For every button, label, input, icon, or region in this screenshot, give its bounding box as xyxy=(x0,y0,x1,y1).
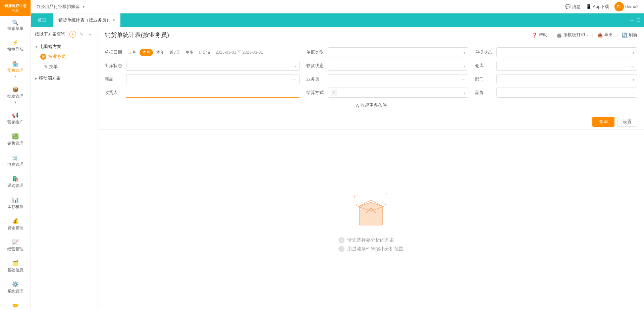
sidebar-item-ecommerce[interactable]: 🛒 电商管理 xyxy=(0,150,31,171)
help-button[interactable]: ❓ 帮助 xyxy=(532,32,547,38)
order-type-select[interactable] xyxy=(328,47,469,57)
print-button[interactable]: 🖨️ 按模板打印 xyxy=(556,32,588,38)
sidebar-item-operations[interactable]: 📈 经营管理 xyxy=(0,235,31,256)
mobile-scheme-group-header[interactable]: ▶ 移动端方案 xyxy=(31,73,98,83)
content-area: 按以下方案查询 + ✎ « ▼ 电脑端方案 按 按业务员 xyxy=(31,27,644,310)
filter-item-salesperson: 业务员 ··· xyxy=(306,74,469,84)
svg-point-7 xyxy=(385,203,386,205)
filter-item-date: 单据日期 上月 本月 本年 近7天 更多 自定义 2023-03-01 至 20… xyxy=(105,49,300,56)
order-status-chevron xyxy=(633,50,634,55)
refresh-icon: 🔄 xyxy=(622,33,627,38)
filter-item-order-status: 单据状态 xyxy=(475,47,637,57)
svg-point-6 xyxy=(356,204,358,206)
goods-dots[interactable]: ··· xyxy=(293,77,297,82)
setting-button[interactable]: 设置 xyxy=(617,117,637,127)
goods-label: 商品 xyxy=(105,76,123,82)
edit-scheme-button[interactable]: ✎ xyxy=(78,31,85,38)
logo-text: 畅捷通好生意 xyxy=(4,3,26,8)
collapse-filter-button[interactable]: ⋀ 收起更多条件 xyxy=(356,102,387,108)
sidebar-item-inventory[interactable]: 📊 库存核算 xyxy=(0,193,31,214)
warehouse-dots[interactable]: ··· xyxy=(631,63,634,68)
sidebar-item-search[interactable]: 🔍 搜索菜单 xyxy=(0,16,31,35)
right-content: 销货单统计表(按业务员) ❓ 帮助 | 🖨️ 按模板打印 xyxy=(98,27,644,310)
user-avatar-area[interactable]: Ea demo2 xyxy=(614,2,639,11)
date-btn-7days[interactable]: 近7天 xyxy=(168,49,182,56)
date-label: 单据日期 xyxy=(105,49,123,55)
sidebar-item-enterprise[interactable]: 🤝 企业协同 xyxy=(0,298,31,310)
export-button[interactable]: 📤 导出 xyxy=(597,32,613,38)
tab-active-report[interactable]: 销货单统计表（按业务员） × xyxy=(53,13,120,27)
breadcrumb-dropdown-icon[interactable]: ▾ xyxy=(83,4,85,9)
brand-select[interactable]: ··· xyxy=(496,88,637,98)
sidebar-item-finance[interactable]: 💰 资金管理 xyxy=(0,214,31,235)
date-btn-thisyear[interactable]: 本年 xyxy=(154,49,166,56)
settlement-tag-close[interactable]: × xyxy=(333,90,335,95)
receiver-select[interactable]: ··· xyxy=(126,88,300,98)
pay-status-select[interactable] xyxy=(328,61,469,71)
scheme-active-icon: 按 xyxy=(40,54,46,60)
scheme-item-by-order[interactable]: ⊞ 按单 xyxy=(31,62,98,72)
message-button[interactable]: 💬 消息 xyxy=(565,4,581,10)
scheme-item-by-salesperson[interactable]: 按 按业务员 xyxy=(31,52,98,62)
page-header: 销货单统计表(按业务员) ❓ 帮助 | 🖨️ 按模板打印 xyxy=(98,27,644,43)
breadcrumb-text: 办公用品行业模拟账套 xyxy=(36,4,80,10)
pc-scheme-group: ▼ 电脑端方案 按 按业务员 ⊞ 按单 xyxy=(31,42,98,72)
empty-hint-2: 2 用过滤条件来缩小分析范围 xyxy=(338,246,404,252)
filter-item-settlement: 结算方式 × xyxy=(306,88,469,98)
tabbar-maximize-icon[interactable]: □ xyxy=(637,17,640,23)
left-panel-header-actions: + ✎ « xyxy=(69,31,94,38)
export-icon: 📤 xyxy=(597,33,603,38)
left-panel-header: 按以下方案查询 + ✎ « xyxy=(31,31,98,40)
filter-item-order-type: 单据类型 xyxy=(306,47,469,57)
tabbar-minimize-icon[interactable]: ─ xyxy=(630,17,634,23)
filter-row-4: 收货人 ··· 结算方式 × xyxy=(105,88,637,98)
sidebar-item-sales[interactable]: 💹 销售管理 xyxy=(0,129,31,150)
department-select[interactable] xyxy=(496,74,637,84)
salesperson-dots[interactable]: ··· xyxy=(462,77,465,82)
brand-label: 品牌 xyxy=(475,90,494,96)
date-btn-lastmonth[interactable]: 上月 xyxy=(126,49,138,56)
tabbar-actions: ─ □ xyxy=(630,17,644,23)
sidebar-item-marketing[interactable]: 📢 营销推广 xyxy=(0,108,31,129)
date-btn-more[interactable]: 更多 xyxy=(183,49,196,56)
order-type-chevron xyxy=(464,50,465,55)
out-status-label: 出库状态 xyxy=(105,63,123,69)
tab-close-icon[interactable]: × xyxy=(113,18,115,22)
settlement-select[interactable]: × xyxy=(328,88,469,98)
divider-3: | xyxy=(617,33,618,38)
tab-active-label: 销货单统计表（按业务员） xyxy=(58,17,111,23)
goods-select[interactable]: ··· xyxy=(126,74,300,84)
pc-scheme-group-header[interactable]: ▼ 电脑端方案 xyxy=(31,42,98,52)
date-btn-custom[interactable]: 自定义 xyxy=(197,49,213,56)
receiver-dots[interactable]: ··· xyxy=(293,90,297,95)
app-download-button[interactable]: 📱 App下载 xyxy=(586,4,609,10)
brand-dots[interactable]: ··· xyxy=(631,90,634,95)
out-status-select[interactable] xyxy=(126,61,300,71)
filter-area: 单据日期 上月 本月 本年 近7天 更多 自定义 2023-03-01 至 20… xyxy=(98,43,644,114)
salesperson-select[interactable]: ··· xyxy=(328,74,469,84)
query-button[interactable]: 查询 xyxy=(592,117,614,127)
refresh-button[interactable]: 🔄 刷新 xyxy=(622,32,637,38)
filter-item-warehouse: 仓库 ··· xyxy=(475,61,637,71)
tabbar: 首页 销货单统计表（按业务员） × ─ □ xyxy=(31,13,644,27)
sidebar-marketing-label: 营销推广 xyxy=(7,119,23,125)
sidebar-finance-label: 资金管理 xyxy=(7,225,23,231)
sidebar-item-basic[interactable]: 🗂️ 基础信息 xyxy=(0,256,31,277)
sidebar-item-system[interactable]: ⚙️ 系统管理 xyxy=(0,277,31,298)
sidebar-item-retail[interactable]: 🏪 零售管理 ▾ xyxy=(0,56,31,82)
sidebar-item-wholesale[interactable]: 📦 批发管理 ▾ xyxy=(0,82,31,108)
mobile-group-expand-icon: ▶ xyxy=(35,76,38,80)
warehouse-select[interactable]: ··· xyxy=(496,61,637,71)
export-label: 导出 xyxy=(604,32,613,38)
order-status-select[interactable] xyxy=(496,47,637,57)
sidebar-item-purchase[interactable]: 🛍️ 采购管理 xyxy=(0,171,31,193)
order-status-label: 单据状态 xyxy=(475,49,494,55)
date-filter: 上月 本月 本年 近7天 更多 自定义 2023-03-01 至 2023-03… xyxy=(126,49,300,56)
date-btn-thismonth[interactable]: 本月 xyxy=(140,49,153,56)
scheme-salesperson-label: 按业务员 xyxy=(48,54,66,60)
left-panel: 按以下方案查询 + ✎ « ▼ 电脑端方案 按 按业务员 xyxy=(31,27,98,310)
add-scheme-button[interactable]: + xyxy=(69,31,76,38)
collapse-panel-button[interactable]: « xyxy=(87,31,94,38)
tab-home[interactable]: 首页 xyxy=(31,13,53,27)
sidebar-item-quicknav[interactable]: ⚡ 快捷导航 xyxy=(0,35,31,56)
